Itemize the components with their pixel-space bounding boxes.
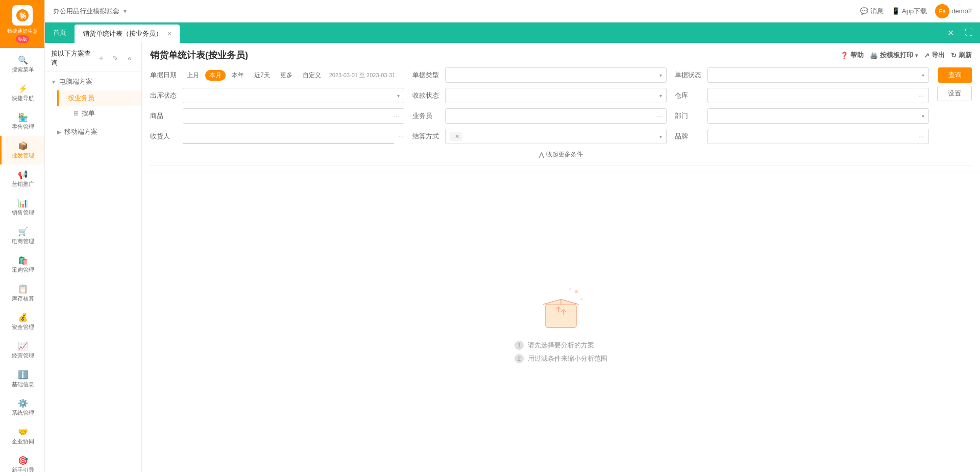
tree-desktop-item[interactable]: ▼ 电脑端方案 — [45, 74, 141, 89]
topbar-dropdown-icon[interactable]: ▾ — [124, 8, 127, 15]
sidebar-item-ecom[interactable]: 🛒 电商管理 — [0, 222, 44, 250]
filter-left: 单据日期 上月 本月 本年 近7天 更多 自定义 — [150, 67, 929, 144]
sidebar-item-system[interactable]: ⚙️ 系统管理 — [0, 393, 44, 422]
tip-num-2: 2 — [514, 354, 524, 363]
print-button[interactable]: 🖨️ 按模板打印 ▾ — [870, 51, 918, 60]
sidebar-item-quicknav[interactable]: ⚡ 快捷导航 — [0, 79, 44, 107]
help-icon: ❓ — [840, 52, 848, 59]
purchase-icon: 🛍️ — [18, 255, 28, 265]
out-status-label: 出库状态 — [150, 91, 179, 100]
set-button[interactable]: 设置 — [937, 86, 972, 101]
tab-home-label: 首页 — [53, 28, 66, 37]
app-icon: 📱 — [892, 7, 900, 15]
user-avatar-area[interactable]: Ea demo2 — [935, 4, 972, 18]
tip-text-2: 用过滤条件来缩小分析范围 — [528, 354, 607, 363]
tree-desktop-label: 电脑端方案 — [59, 77, 92, 86]
sidebar-item-label: 采购管理 — [12, 266, 34, 274]
sidebar-item-retail[interactable]: 🏪 零售管理 — [0, 107, 44, 136]
content-area: 按以下方案查询 ＋ ✎ « ▼ 电脑端方案 按业务员 — [45, 43, 980, 472]
sidebar-item-inventory[interactable]: 📋 库存核算 — [0, 279, 44, 308]
date-filter-row: 单据日期 上月 本月 本年 近7天 更多 自定义 — [150, 67, 404, 83]
out-status-select[interactable]: ▾ — [183, 88, 404, 103]
collapse-button[interactable]: ⋀ 收起更多条件 — [533, 148, 589, 161]
sidebar-item-base[interactable]: ℹ️ 基础信息 — [0, 365, 44, 393]
date-tag-custom[interactable]: 自定义 — [299, 70, 325, 81]
goods-filter-row: 商品 ··· — [150, 108, 404, 124]
avatar-initials: Ea — [939, 8, 946, 14]
tree-order-item[interactable]: ⊞ 按单 — [57, 107, 141, 120]
msg-button[interactable]: 💬 消息 — [860, 7, 884, 16]
sidebar-item-label: 新手引导 — [12, 466, 34, 472]
tab-expand-button[interactable]: ⛶ — [962, 26, 976, 40]
salesman-filter-row: 业务员 ··· — [412, 108, 667, 124]
date-tag-thismonth[interactable]: 本月 — [205, 70, 226, 81]
tab-sales-stat-label: 销货单统计表（按业务员） — [83, 29, 162, 38]
tree-desktop-section: ▼ 电脑端方案 按业务员 ⊞ 按单 — [45, 72, 141, 122]
empty-tips: 1 请先选择要分析的方案 2 用过滤条件来缩小分析范围 — [514, 341, 607, 363]
settle-clear-icon[interactable]: ✕ — [455, 133, 459, 140]
sidebar-item-label: 资金管理 — [12, 323, 34, 331]
right-panel: 销货单统计表(按业务员) ❓ 帮助 🖨️ 按模板打印 ▾ ↗ — [142, 43, 980, 472]
sidebar-item-search[interactable]: 🔍 搜索菜单 — [0, 50, 44, 79]
topbar-left: 办公用品行业模拟账套 ▾ — [53, 7, 127, 16]
date-tag-more[interactable]: 更多 — [276, 70, 297, 81]
refresh-icon: ↻ — [951, 52, 957, 59]
goods-dots-icon: ··· — [394, 112, 400, 120]
tab-close-all-button[interactable]: ✕ — [943, 26, 958, 40]
settle-select[interactable]: ✕ ▾ — [445, 129, 667, 144]
export-button[interactable]: ↗ 导出 — [924, 51, 945, 60]
date-tag-lastmonth[interactable]: 上月 — [183, 70, 203, 81]
goods-input[interactable]: ··· — [183, 108, 404, 124]
sidebar-item-finance[interactable]: 💰 资金管理 — [0, 308, 44, 336]
collect-status-label: 收款状态 — [412, 91, 441, 100]
help-link[interactable]: ❓ 帮助 — [840, 51, 864, 60]
consignee-input[interactable] — [183, 129, 394, 144]
app-download-button[interactable]: 📱 App下载 — [892, 7, 927, 16]
add-scheme-button[interactable]: ＋ — [95, 53, 107, 64]
left-panel-title: 按以下方案查询 — [51, 49, 95, 67]
doc-type-filter-row: 单据类型 ▾ — [412, 67, 667, 83]
out-status-filter-row: 出库状态 ▾ — [150, 88, 404, 103]
sidebar-item-collab[interactable]: 🤝 企业协同 — [0, 422, 44, 451]
brand-label: 品牌 — [675, 132, 703, 141]
warehouse-dots-icon: ··· — [918, 91, 924, 100]
username-label: demo2 — [951, 7, 972, 15]
sidebar-item-label: 销售管理 — [12, 209, 34, 217]
dept-label: 部门 — [675, 111, 703, 121]
sidebar-item-wholesale[interactable]: 📦 批发管理 — [0, 136, 44, 164]
svg-point-6 — [569, 288, 571, 290]
svg-point-5 — [580, 298, 582, 300]
brand-input[interactable]: ··· — [707, 129, 929, 144]
tree-salesman-item[interactable]: 按业务员 — [57, 90, 141, 106]
sidebar-item-sales[interactable]: 📊 销售管理 — [0, 193, 44, 222]
sidebar-item-biz[interactable]: 📈 经营管理 — [0, 336, 44, 365]
dept-select[interactable]: ▾ — [707, 108, 929, 124]
tab-sales-stat[interactable]: 销货单统计表（按业务员） × — [75, 25, 180, 43]
salesman-input[interactable]: ··· — [445, 108, 667, 124]
refresh-button[interactable]: ↻ 刷新 — [951, 51, 972, 60]
doc-type-select[interactable]: ▾ — [445, 67, 667, 83]
warehouse-label: 仓库 — [675, 91, 703, 100]
date-tag-7days[interactable]: 近7天 — [250, 70, 274, 81]
query-button[interactable]: 查询 — [938, 67, 972, 83]
inventory-icon: 📋 — [18, 284, 28, 294]
doc-status-select[interactable]: ▾ — [707, 67, 929, 83]
date-tag-thisyear[interactable]: 本年 — [228, 70, 248, 81]
tab-home[interactable]: 首页 — [45, 22, 75, 43]
date-tags: 上月 本月 本年 近7天 更多 自定义 — [183, 70, 325, 81]
page-title-actions: ❓ 帮助 🖨️ 按模板打印 ▾ ↗ 导出 ↻ — [840, 51, 972, 60]
sidebar-item-guide[interactable]: 🎯 新手引导 — [0, 451, 44, 472]
warehouse-input[interactable]: ··· — [707, 88, 929, 103]
tab-close-icon[interactable]: × — [167, 30, 172, 38]
edit-scheme-button[interactable]: ✎ — [110, 53, 121, 64]
tabbar-right: ✕ ⛶ — [943, 26, 980, 40]
print-label: 按模板打印 — [880, 51, 913, 60]
sidebar-item-purchase[interactable]: 🛍️ 采购管理 — [0, 250, 44, 279]
print-dropdown-icon[interactable]: ▾ — [915, 53, 918, 58]
sidebar-item-marketing[interactable]: 📢 营销推广 — [0, 164, 44, 193]
export-icon: ↗ — [924, 52, 929, 59]
collect-status-select[interactable]: ▾ — [445, 88, 667, 103]
collapse-panel-button[interactable]: « — [124, 53, 135, 64]
left-panel: 按以下方案查询 ＋ ✎ « ▼ 电脑端方案 按业务员 — [45, 43, 142, 472]
tree-mobile-item[interactable]: ▶ 移动端方案 — [51, 124, 135, 139]
